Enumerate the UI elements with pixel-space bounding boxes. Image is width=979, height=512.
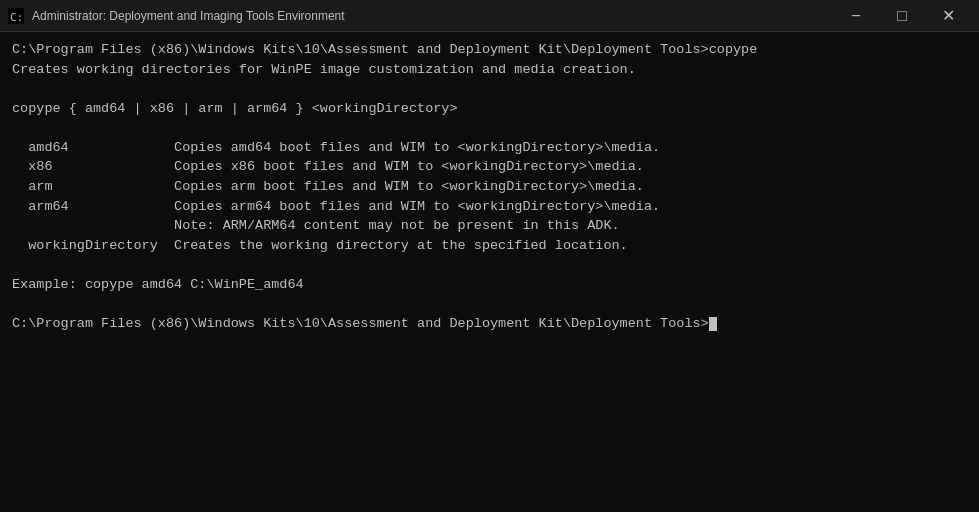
console-line (12, 255, 967, 275)
console-area: C:\Program Files (x86)\Windows Kits\10\A… (0, 32, 979, 512)
cursor (709, 317, 717, 331)
console-line: x86 Copies x86 boot files and WIM to <wo… (12, 157, 967, 177)
console-line: arm64 Copies arm64 boot files and WIM to… (12, 197, 967, 217)
title-bar-controls: − □ ✕ (833, 0, 971, 32)
console-line: Note: ARM/ARM64 content may not be prese… (12, 216, 967, 236)
maximize-button[interactable]: □ (879, 0, 925, 32)
svg-text:C:: C: (10, 11, 23, 24)
console-line: copype { amd64 | x86 | arm | arm64 } <wo… (12, 99, 967, 119)
title-bar-left: C: Administrator: Deployment and Imaging… (8, 8, 345, 24)
console-line: Creates working directories for WinPE im… (12, 60, 967, 80)
console-line: C:\Program Files (x86)\Windows Kits\10\A… (12, 40, 967, 60)
title-bar: C: Administrator: Deployment and Imaging… (0, 0, 979, 32)
console-line (12, 79, 967, 99)
console-line: amd64 Copies amd64 boot files and WIM to… (12, 138, 967, 158)
console-line (12, 118, 967, 138)
console-line: arm Copies arm boot files and WIM to <wo… (12, 177, 967, 197)
console-line: Example: copype amd64 C:\WinPE_amd64 (12, 275, 967, 295)
close-button[interactable]: ✕ (925, 0, 971, 32)
cmd-icon: C: (8, 8, 24, 24)
console-line: workingDirectory Creates the working dir… (12, 236, 967, 256)
window-title: Administrator: Deployment and Imaging To… (32, 9, 345, 23)
minimize-button[interactable]: − (833, 0, 879, 32)
console-line (12, 294, 967, 314)
console-line: C:\Program Files (x86)\Windows Kits\10\A… (12, 314, 967, 334)
